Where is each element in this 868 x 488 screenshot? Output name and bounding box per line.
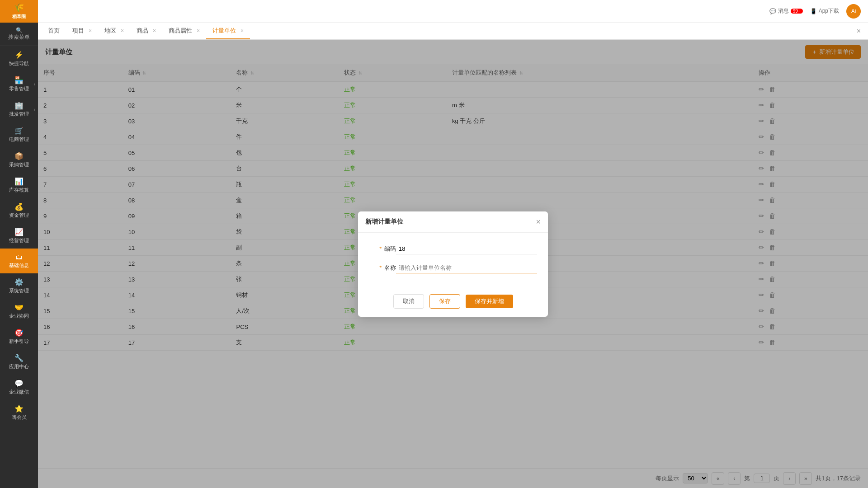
sidebar-item-retail[interactable]: 🏪 零售管理 › [0,71,38,97]
purchase-icon: 📦 [14,152,24,160]
basic-icon: 🗂 [15,253,23,261]
tab-goods-label: 商品 [137,27,148,35]
sidebar-item-biz[interactable]: 🤝 企业协同 [0,299,38,324]
finance-label: 资金管理 [9,212,29,219]
tab-project-close[interactable]: × [89,28,92,34]
logo-icon: 🌾 [14,3,24,13]
modal-body: * 编码 * 名称 [358,233,548,289]
sidebar-item-system[interactable]: ⚙️ 系统管理 [0,273,38,299]
app-logo: 🌾 稻草圈 [0,0,38,23]
biz-icon: 🤝 [14,303,24,312]
enterprise-label: 企业微信 [9,389,29,395]
nav-icon: ⚡ [14,51,24,59]
sidebar-item-member[interactable]: ⭐ 嗨会员 [0,400,38,425]
code-label: * 编码 [369,245,396,253]
modal-title: 新增计量单位 [365,218,403,226]
sidebar-item-ecom[interactable]: 🛒 电商管理 [0,122,38,147]
ecom-icon: 🛒 [14,127,24,135]
tab-goods-close[interactable]: × [153,28,156,34]
sidebar-item-nav[interactable]: ⚡ 快捷导航 [0,46,38,71]
tab-region-label: 地区 [104,27,116,35]
wholesale-icon: 🏢 [14,101,24,110]
tab-unit-close[interactable]: × [241,28,244,34]
basic-label: 基础信息 [9,262,29,269]
tab-attrs-label: 商品属性 [169,27,192,35]
tab-attrs-close[interactable]: × [197,28,200,34]
wholesale-label: 批发管理 [9,111,29,117]
sidebar-item-basic[interactable]: 🗂 基础信息 [0,249,38,273]
header-messages[interactable]: 💬 消息 99+ [769,7,803,15]
sidebar-item-apps[interactable]: 🔧 应用中心 [0,349,38,375]
message-badge: 99+ [791,9,803,14]
tab-project[interactable]: 项目 × [66,23,98,39]
sidebar-item-wholesale[interactable]: 🏢 批发管理 › [0,97,38,122]
biz-label: 企业协同 [9,313,29,319]
code-required-mark: * [379,245,382,252]
phone-icon: 📱 [810,8,817,14]
save-and-new-button[interactable]: 保存并新增 [466,295,513,308]
tab-region-close[interactable]: × [121,28,124,34]
stock-icon: 📊 [14,177,24,186]
header: 💬 消息 99+ 📱 App下载 Ai [38,0,868,23]
tab-unit[interactable]: 计量单位 × [206,23,250,39]
search-label: 搜索菜单 [4,33,34,41]
sidebar-item-ops[interactable]: 📈 经营管理 [0,223,38,249]
ops-icon: 📈 [14,228,24,236]
stock-label: 库存核算 [9,187,29,193]
search-icon: 🔍 [16,27,23,33]
cancel-button[interactable]: 取消 [393,294,424,309]
system-label: 系统管理 [9,287,29,294]
tab-attrs[interactable]: 商品属性 × [162,23,206,39]
logo-text: 稻草圈 [12,14,26,20]
name-label-text: 名称 [384,264,396,271]
save-button[interactable]: 保存 [429,294,460,309]
modal-close-button[interactable]: × [536,218,541,226]
chevron-right-icon: › [34,82,35,87]
header-right: 💬 消息 99+ 📱 App下载 Ai [769,4,861,19]
tab-home-label: 首页 [48,27,60,35]
modal-footer: 取消 保存 保存并新增 [358,289,548,317]
onboard-icon: 🎯 [14,328,24,337]
retail-label: 零售管理 [9,85,29,92]
chevron-right-icon: › [34,107,35,112]
content-area: 计量单位 ＋ 新增计量单位 序号 编码 ⇅ 名称 [38,40,868,488]
name-label: * 名称 [369,264,396,272]
header-app-download[interactable]: 📱 App下载 [810,7,839,15]
finance-icon: 💰 [14,202,24,211]
main-area: 💬 消息 99+ 📱 App下载 Ai 首页 项目 × 地区 × 商品 [38,0,868,488]
tab-home[interactable]: 首页 [42,23,66,39]
sidebar-item-purchase[interactable]: 📦 采购管理 [0,147,38,173]
tabs-close-all-btn[interactable]: × [853,23,864,39]
sidebar-item-finance[interactable]: 💰 资金管理 [0,198,38,223]
avatar[interactable]: Ai [846,4,861,19]
apps-icon: 🔧 [14,354,24,362]
name-input[interactable] [396,263,537,273]
tab-unit-label: 计量单位 [212,27,236,35]
tab-goods[interactable]: 商品 × [130,23,162,39]
purchase-label: 采购管理 [9,161,29,168]
apps-label: 应用中心 [9,363,29,370]
add-unit-modal: 新增计量单位 × * 编码 * 名称 [358,211,548,317]
sidebar-item-enterprise[interactable]: 💬 企业微信 [0,375,38,400]
tab-region[interactable]: 地区 × [98,23,130,39]
ecom-label: 电商管理 [9,136,29,143]
sidebar-item-stock[interactable]: 📊 库存核算 [0,173,38,198]
code-field-row: * 编码 [369,244,537,254]
member-label: 嗨会员 [12,414,27,421]
avatar-initials: Ai [851,8,856,14]
modal-header: 新增计量单位 × [358,211,548,233]
code-label-text: 编码 [384,245,396,252]
tabs-bar: 首页 项目 × 地区 × 商品 × 商品属性 × 计量单位 × × [38,23,868,40]
sidebar-search[interactable]: 🔍 搜索菜单 [0,23,38,46]
nav-label: 快捷导航 [9,60,29,67]
name-field-row: * 名称 [369,263,537,273]
name-required-mark: * [379,264,382,271]
code-input[interactable] [396,244,537,254]
member-icon: ⭐ [14,404,24,413]
onboard-label: 新手引导 [9,338,29,345]
sidebar-item-onboard[interactable]: 🎯 新手引导 [0,324,38,349]
app-download-label: App下载 [819,7,839,15]
system-icon: ⚙️ [14,278,24,286]
msg-label: 消息 [778,7,789,15]
message-icon: 💬 [769,8,776,14]
